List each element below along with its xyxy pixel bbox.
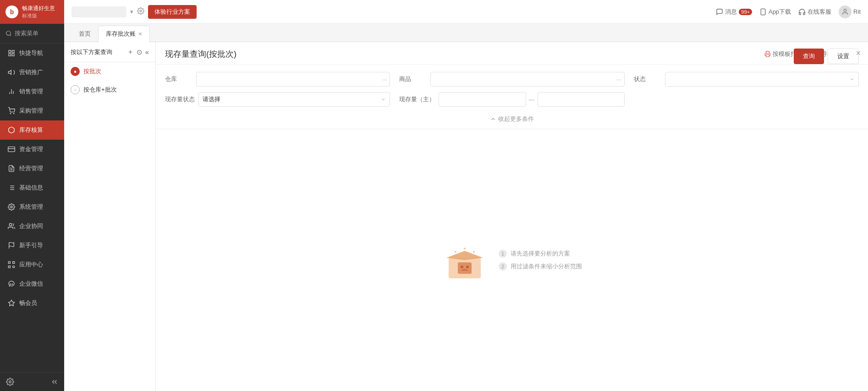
scheme-panel-header: 按以下方案查询 ＋ ⊙ « [64, 42, 155, 62]
settings-btn[interactable]: 设置 [828, 49, 859, 64]
svg-rect-4 [12, 54, 14, 56]
collapse-up-icon [490, 116, 496, 122]
collapse-btn[interactable]: 收起更多条件 [165, 112, 859, 124]
svg-point-0 [6, 31, 11, 35]
topbar-dropdown-icon[interactable]: ▾ [130, 8, 133, 15]
sidebar-item-basic[interactable]: 基础信息 [0, 178, 64, 197]
page-close-btn[interactable]: × [856, 49, 861, 58]
experience-btn[interactable]: 体验行业方案 [148, 5, 197, 19]
scheme-item-by-warehouse-batch[interactable]: ○ 按仓库+批次 [64, 81, 155, 99]
scheme-item-by-batch[interactable]: ● 按批次 [64, 62, 155, 81]
collapse-label: 收起更多条件 [498, 115, 534, 123]
filter-form: 仓库 ··· 商品 ··· 状态 [156, 65, 868, 129]
sidebar-search-area[interactable]: 搜索菜单 [0, 24, 64, 43]
inventory-status-placeholder: 请选择 [203, 95, 220, 103]
settings-scheme-icon[interactable]: ⊙ [137, 48, 143, 56]
sidebar-item-appstore[interactable]: 应用中心 [0, 255, 64, 274]
page-title: 现存量查询(按批次) [165, 49, 236, 60]
sidebar-item-marketing[interactable]: 营销推广 [0, 63, 64, 82]
messages-badge: 99+ [739, 9, 752, 15]
collapse-sidebar-btn[interactable] [50, 378, 59, 386]
svg-marker-28 [8, 300, 14, 306]
scheme-panel-title: 按以下方案查询 [71, 48, 112, 56]
settings-icon [7, 203, 16, 211]
inventory-status-field: 现存量状态 请选择 [165, 92, 390, 107]
settings-icon[interactable] [5, 377, 15, 386]
scheme-batch-icon: ● [71, 67, 80, 76]
sidebar-item-purchase[interactable]: 采购管理 [0, 101, 64, 120]
collapse-scheme-icon[interactable]: « [145, 48, 149, 56]
user-profile-btn[interactable]: Rit [839, 5, 861, 18]
svg-point-30 [140, 10, 142, 12]
topbar-search-input[interactable] [71, 6, 126, 17]
quantity-range: — [439, 92, 624, 107]
svg-point-40 [466, 266, 469, 268]
topbar-settings-icon[interactable] [137, 7, 144, 16]
megaphone-icon [7, 68, 16, 76]
sidebar-search-btn[interactable]: 搜索菜单 [5, 27, 59, 39]
sidebar-item-finance[interactable]: 资金管理 [0, 140, 64, 159]
sidebar-item-guide[interactable]: 新手引导 [0, 236, 64, 255]
sidebar-item-operation[interactable]: 经营管理 [0, 159, 64, 178]
print-icon [764, 51, 771, 57]
topbar-right: 消息 99+ App下载 在线客服 Rit [716, 5, 861, 18]
goods-label: 商品 [399, 75, 427, 83]
sidebar-item-shortcut[interactable]: 快捷导航 [0, 43, 64, 63]
empty-illustration [442, 237, 488, 283]
tab-home[interactable]: 首页 [71, 26, 98, 42]
sidebar-item-system[interactable]: 系统管理 [0, 197, 64, 217]
search-icon [5, 30, 12, 37]
tab-inventory-batch[interactable]: 库存批次账 × [98, 26, 150, 42]
sidebar-item-label-guide: 新手引导 [19, 241, 43, 250]
warehouse-input-group[interactable]: ··· [196, 72, 390, 87]
status-select[interactable] [665, 72, 859, 87]
vip-icon [7, 299, 16, 307]
svg-line-1 [10, 35, 11, 36]
quantity-max-input[interactable] [538, 92, 625, 107]
goods-field: 商品 ··· [399, 72, 624, 87]
goods-input-group[interactable]: ··· [430, 72, 624, 87]
goods-input[interactable] [431, 76, 613, 83]
app-version: 标准版 [22, 12, 55, 19]
phone-icon [759, 8, 767, 16]
inventory-status-dropdown-icon [380, 97, 386, 102]
app-download-label: App下载 [769, 8, 791, 16]
headset-icon [798, 8, 806, 16]
sidebar-item-inventory[interactable]: 库存核算 [0, 120, 64, 140]
box-icon [7, 126, 16, 134]
messages-btn[interactable]: 消息 99+ [716, 8, 752, 16]
sidebar-item-sales[interactable]: 销售管理 [0, 82, 64, 101]
query-btn[interactable]: 查询 [794, 49, 824, 64]
sidebar-item-member[interactable]: 畅会员 [0, 293, 64, 313]
sidebar-item-label-system: 系统管理 [19, 203, 43, 211]
svg-point-21 [11, 206, 12, 208]
sidebar-item-collab[interactable]: 企业协同 [0, 217, 64, 236]
sidebar-footer [0, 372, 64, 391]
tab-home-label: 首页 [79, 30, 91, 38]
sidebar-item-weixin[interactable]: 企业微信 [0, 274, 64, 293]
tab-close-icon[interactable]: × [138, 30, 142, 38]
svg-rect-5 [9, 54, 11, 56]
quantity-min-input[interactable] [439, 92, 526, 107]
warehouse-dots[interactable]: ··· [379, 76, 390, 83]
online-service-btn[interactable]: 在线客服 [798, 8, 831, 16]
svg-point-39 [461, 266, 463, 268]
sidebar-item-label-operation: 经营管理 [19, 164, 43, 173]
inventory-status-select[interactable]: 请选择 [198, 92, 390, 107]
action-row: 查询 设置 [794, 49, 859, 64]
sidebar-item-label-sales: 销售管理 [19, 87, 43, 96]
empty-num-2: 2 [499, 262, 507, 271]
warehouse-input[interactable] [197, 76, 379, 83]
empty-num-1: 1 [499, 250, 507, 258]
empty-hint-1: 1 请先选择要分析的方案 [499, 250, 582, 258]
svg-point-10 [14, 113, 14, 114]
add-scheme-icon[interactable]: ＋ [127, 48, 134, 56]
sidebar-item-label-finance: 资金管理 [19, 145, 43, 153]
flag-icon [7, 241, 16, 250]
svg-point-43 [473, 251, 475, 253]
tabbar: 首页 库存批次账 × [64, 24, 868, 42]
goods-dots[interactable]: ··· [614, 76, 624, 83]
app-download-btn[interactable]: App下载 [759, 8, 791, 16]
empty-state: 1 请先选择要分析的方案 2 用过滤条件来缩小分析范围 [156, 129, 868, 391]
cart-icon [7, 107, 16, 115]
